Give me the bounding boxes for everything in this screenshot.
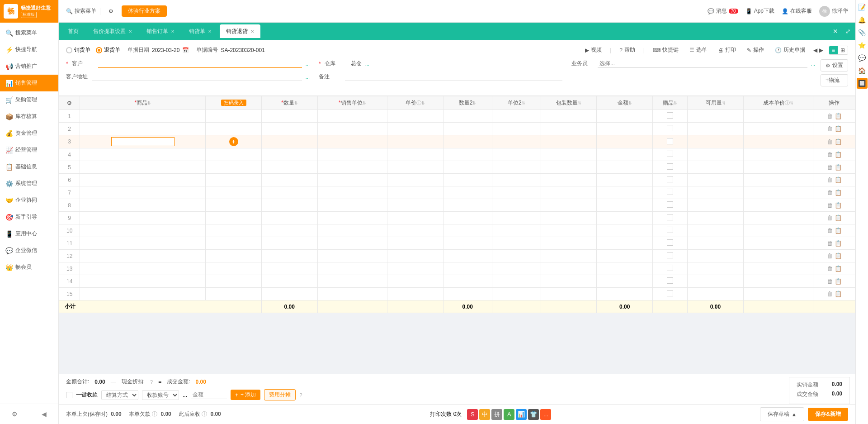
sidebar-collapse-btn[interactable]: ◀ <box>39 408 49 420</box>
copy-icon-10[interactable]: 📋 <box>835 227 842 234</box>
sidebar-item-shortcut[interactable]: ⚡快捷导航 <box>0 41 58 58</box>
delete-icon-9[interactable]: 🗑 <box>827 214 833 221</box>
sort-unit2-icon[interactable]: ⇅ <box>522 101 525 105</box>
sougou-icon[interactable]: S <box>467 409 478 420</box>
sidebar-item-purchase[interactable]: 🛒采购管理 <box>0 91 58 108</box>
product-cell-1[interactable] <box>80 110 206 123</box>
save-new-btn[interactable]: 保存&新增 <box>808 408 848 421</box>
copy-icon-3[interactable]: 📋 <box>835 138 842 145</box>
calc-method-select[interactable]: 结算方式 <box>101 390 138 400</box>
sidebar-item-wechat[interactable]: 💬企业微信 <box>0 242 58 259</box>
delete-icon-2[interactable]: 🗑 <box>827 125 833 132</box>
save-draft-btn[interactable]: 保存草稿 ▲ <box>760 407 804 421</box>
rp-chat-btn[interactable]: 💬 <box>857 52 868 63</box>
app-download-btn[interactable]: 📱 App下载 <box>745 7 774 15</box>
amount-field[interactable] <box>191 391 227 399</box>
shortcut-btn[interactable]: ⌨快捷键 <box>650 45 681 55</box>
close-tab-btn[interactable]: ✕ <box>830 27 841 36</box>
sort-pack-icon[interactable]: ⇅ <box>578 101 581 105</box>
sidebar-item-sales[interactable]: 📊销售管理 <box>0 75 58 91</box>
icon6[interactable]: 👕 <box>528 409 539 420</box>
gift-check-2[interactable] <box>667 125 673 131</box>
fee-split-btn[interactable]: 费用分摊 <box>264 389 296 400</box>
delete-icon-13[interactable]: 🗑 <box>827 265 833 272</box>
copy-icon-6[interactable]: 📋 <box>835 176 842 183</box>
copy-icon-13[interactable]: 📋 <box>835 265 842 272</box>
copy-icon-2[interactable]: 📋 <box>835 125 842 132</box>
sort-qty-icon[interactable]: ⇅ <box>294 101 298 105</box>
delete-icon-3[interactable]: 🗑 <box>827 138 833 145</box>
copy-icon-5[interactable]: 📋 <box>835 164 842 171</box>
copy-icon-12[interactable]: 📋 <box>835 252 842 259</box>
gift-check-11[interactable] <box>667 239 673 246</box>
sort-gift-icon[interactable]: ⇅ <box>674 101 677 105</box>
product-cell-4[interactable] <box>80 148 206 161</box>
agent-more-btn[interactable]: ... <box>811 61 815 67</box>
service-btn[interactable]: 👤 在线客服 <box>782 7 812 15</box>
next-btn[interactable]: ▶ <box>819 47 823 53</box>
gift-check-12[interactable] <box>667 252 673 258</box>
sidebar-item-app_center[interactable]: 📱应用中心 <box>0 225 58 242</box>
gift-check-7[interactable] <box>667 189 673 195</box>
th-settings[interactable]: ⚙ <box>59 96 80 110</box>
icon4[interactable]: A <box>504 409 514 420</box>
icon5[interactable]: 📊 <box>516 409 527 420</box>
delete-icon-10[interactable]: 🗑 <box>827 227 833 234</box>
user-profile-btn[interactable]: 徐 徐泽华 <box>819 6 848 17</box>
tab-close-sales[interactable]: ✕ <box>208 29 212 34</box>
product-cell-5[interactable] <box>80 161 206 174</box>
tab-sales_order[interactable]: 销售订单✕ <box>140 24 181 38</box>
tab-close-sales_return[interactable]: ✕ <box>250 29 254 34</box>
copy-icon-1[interactable]: 📋 <box>835 113 842 119</box>
address-input[interactable] <box>92 72 302 81</box>
discount-info-icon[interactable]: ? <box>150 379 153 385</box>
product-cell-13[interactable] <box>80 262 206 275</box>
sidebar-item-system[interactable]: ⚙️系统管理 <box>0 175 58 192</box>
history-btn[interactable]: 🕐历史单据 <box>772 45 808 55</box>
sidebar-item-operation[interactable]: 📈经营管理 <box>0 142 58 158</box>
product-cell-15[interactable] <box>80 288 206 300</box>
receivable-info-icon[interactable]: ⓘ <box>202 411 207 417</box>
sort-amount-icon[interactable]: ⇅ <box>628 101 632 105</box>
sidebar-item-newbie[interactable]: 🎯新手引导 <box>0 209 58 225</box>
delete-icon-8[interactable]: 🗑 <box>827 202 833 209</box>
sort-cost-icon[interactable]: ⇅ <box>790 101 793 105</box>
customer-input[interactable] <box>98 59 302 68</box>
product-cell-2[interactable] <box>80 123 206 135</box>
delete-icon-1[interactable]: 🗑 <box>827 113 833 119</box>
sidebar-item-finance[interactable]: 💰资金管理 <box>0 125 58 142</box>
gift-check-14[interactable] <box>667 277 673 284</box>
owing-info-icon[interactable]: ⓘ <box>152 411 157 417</box>
rp-star-btn[interactable]: ⭐ <box>857 40 868 51</box>
one-click-payment-checkbox[interactable] <box>66 392 72 398</box>
delete-icon-14[interactable]: 🗑 <box>827 278 833 285</box>
gift-check-3[interactable] <box>667 138 673 144</box>
th-scan[interactable]: 扫码录入 <box>206 96 262 110</box>
product-cell-6[interactable] <box>80 174 206 186</box>
prev-btn[interactable]: ◀ <box>813 47 817 53</box>
rp-home-btn[interactable]: 🏠 <box>857 65 868 76</box>
settings-btn[interactable]: ⚙ <box>104 6 118 16</box>
calendar-icon[interactable]: 📅 <box>182 47 189 53</box>
cost-info-icon[interactable]: ⓘ <box>785 100 790 105</box>
product-cell-8[interactable] <box>80 199 206 212</box>
sidebar-item-inventory[interactable]: 📦库存核算 <box>0 108 58 125</box>
gift-check-10[interactable] <box>667 227 673 233</box>
video-btn[interactable]: ▶视频 <box>582 45 604 55</box>
gift-check-5[interactable] <box>667 163 673 170</box>
sidebar-item-basic[interactable]: 📋基础信息 <box>0 158 58 175</box>
sidebar-settings-btn[interactable]: ⚙ <box>9 408 20 420</box>
copy-icon-15[interactable]: 📋 <box>835 291 842 297</box>
account-no-select[interactable]: 收款账号 <box>142 390 179 400</box>
rp-alert-btn[interactable]: 🔔 <box>857 14 868 25</box>
logistics-btn[interactable]: +物流 <box>821 74 848 86</box>
copy-icon-11[interactable]: 📋 <box>835 240 842 247</box>
gift-check-4[interactable] <box>667 151 673 157</box>
icon2[interactable]: 中 <box>479 409 490 420</box>
tab-price_setting[interactable]: 售价提取设置✕ <box>87 24 138 38</box>
warehouse-more-btn[interactable]: ... <box>365 61 369 67</box>
fee-info-icon[interactable]: ? <box>299 392 302 398</box>
rp-attach-btn[interactable]: 📎 <box>857 27 868 38</box>
copy-icon-8[interactable]: 📋 <box>835 202 842 209</box>
gift-check-1[interactable] <box>667 112 673 119</box>
